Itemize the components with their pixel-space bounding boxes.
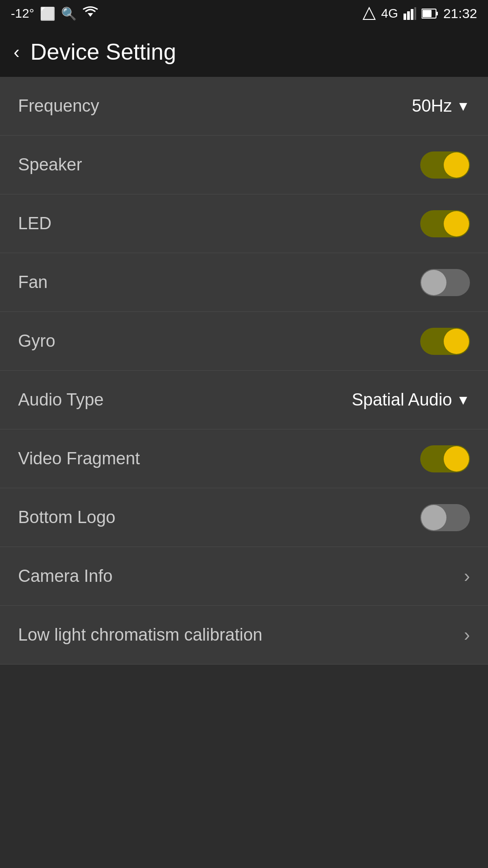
- setting-row-bottom-logo: Bottom Logo: [0, 488, 488, 547]
- toggle-led[interactable]: [420, 210, 470, 237]
- setting-control-camera-info[interactable]: ›: [464, 566, 470, 586]
- setting-label-frequency: Frequency: [18, 96, 99, 116]
- setting-control-fan[interactable]: [420, 269, 470, 296]
- signal-icon: [362, 7, 376, 20]
- setting-label-led: LED: [18, 214, 52, 233]
- top-bar: ‹ Device Setting: [0, 27, 488, 77]
- setting-control-bottom-logo[interactable]: [420, 504, 470, 531]
- battery-icon: [422, 8, 438, 19]
- chevron-right-low-light: ›: [464, 625, 470, 645]
- svg-rect-3: [407, 11, 410, 20]
- dropdown-arrow-frequency: ▼: [456, 99, 470, 114]
- setting-row-camera-info[interactable]: Camera Info›: [0, 547, 488, 606]
- setting-row-low-light[interactable]: Low light chromatism calibration›: [0, 606, 488, 665]
- toggle-thumb-speaker: [444, 152, 469, 178]
- page-title: Device Setting: [30, 39, 176, 65]
- setting-row-fan: Fan: [0, 253, 488, 312]
- settings-list: Frequency50Hz▼SpeakerLEDFanGyroAudio Typ…: [0, 77, 488, 665]
- setting-row-gyro: Gyro: [0, 312, 488, 371]
- setting-control-gyro[interactable]: [420, 328, 470, 355]
- toggle-thumb-led: [444, 211, 469, 236]
- toggle-thumb-fan: [421, 270, 446, 295]
- status-left: -12° ⬜ 🔍: [11, 6, 99, 22]
- status-bar: -12° ⬜ 🔍 4G 21:32: [0, 0, 488, 27]
- setting-row-frequency: Frequency50Hz▼: [0, 77, 488, 136]
- network-type-label: 4G: [381, 6, 398, 21]
- signal-bars-icon: [404, 7, 416, 20]
- screenshot-icon: ⬜: [40, 6, 56, 21]
- dropdown-value-frequency: 50Hz: [412, 96, 452, 116]
- status-right: 4G 21:32: [362, 6, 477, 21]
- temperature-display: -12°: [11, 6, 34, 21]
- svg-rect-5: [414, 7, 416, 20]
- setting-label-audio-type: Audio Type: [18, 390, 103, 410]
- setting-control-video-fragment[interactable]: [420, 445, 470, 472]
- svg-rect-4: [411, 9, 413, 20]
- setting-label-speaker: Speaker: [18, 155, 82, 175]
- svg-rect-7: [436, 12, 438, 15]
- chevron-right-camera-info: ›: [464, 566, 470, 586]
- wifi-icon: [82, 6, 99, 22]
- setting-label-camera-info: Camera Info: [18, 566, 113, 586]
- setting-row-audio-type: Audio TypeSpatial Audio▼: [0, 371, 488, 429]
- toggle-bottom-logo[interactable]: [420, 504, 470, 531]
- setting-control-low-light[interactable]: ›: [464, 625, 470, 645]
- setting-control-led[interactable]: [420, 210, 470, 237]
- toggle-fan[interactable]: [420, 269, 470, 296]
- dropdown-value-audio-type: Spatial Audio: [352, 390, 452, 410]
- toggle-speaker[interactable]: [420, 151, 470, 179]
- toggle-video-fragment[interactable]: [420, 445, 470, 472]
- dropdown-arrow-audio-type: ▼: [456, 392, 470, 408]
- setting-row-video-fragment: Video Fragment: [0, 429, 488, 488]
- back-button[interactable]: ‹: [14, 42, 19, 62]
- toggle-gyro[interactable]: [420, 328, 470, 355]
- svg-marker-0: [88, 13, 93, 17]
- setting-label-gyro: Gyro: [18, 331, 55, 351]
- setting-label-bottom-logo: Bottom Logo: [18, 508, 115, 527]
- toggle-thumb-gyro: [444, 329, 469, 354]
- setting-control-frequency[interactable]: 50Hz▼: [412, 96, 470, 116]
- svg-rect-2: [404, 14, 406, 20]
- toggle-thumb-bottom-logo: [421, 505, 446, 530]
- setting-row-speaker: Speaker: [0, 136, 488, 194]
- setting-row-led: LED: [0, 194, 488, 253]
- svg-rect-8: [422, 10, 432, 17]
- setting-label-fan: Fan: [18, 273, 47, 292]
- setting-label-video-fragment: Video Fragment: [18, 449, 140, 468]
- setting-control-speaker[interactable]: [420, 151, 470, 179]
- toggle-thumb-video-fragment: [444, 446, 469, 472]
- setting-control-audio-type[interactable]: Spatial Audio▼: [352, 390, 470, 410]
- svg-marker-1: [363, 8, 375, 19]
- setting-label-low-light: Low light chromatism calibration: [18, 625, 263, 645]
- search-icon: 🔍: [61, 6, 77, 21]
- time-display: 21:32: [443, 6, 477, 21]
